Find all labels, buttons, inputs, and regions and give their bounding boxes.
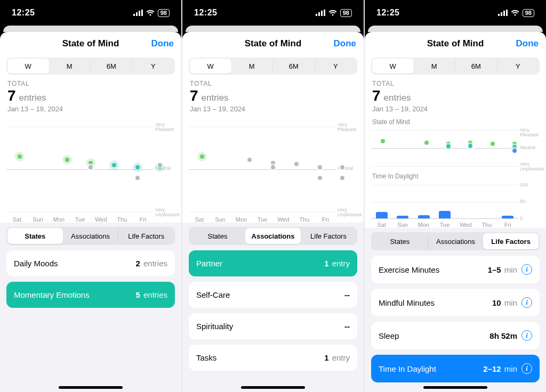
day-sat: Sat [371,222,392,228]
mood-dot[interactable] [340,165,344,169]
lf-row-sleep[interactable]: Sleep 8h 52mi [371,322,540,349]
info-icon[interactable]: i [521,330,532,341]
daylight-bar-chart[interactable]: 100 50 0 SatSunMonTueWedThuFri [371,180,540,228]
mood-dot[interactable] [271,165,275,169]
home-indicator[interactable] [241,386,305,389]
mood-dot[interactable] [158,163,162,167]
mood-chart[interactable]: Very Pleasant Neutral Very Unpleasant Sa… [189,116,357,223]
mood-chart-small[interactable]: Very Pleasant Neutral Very Unpleasant [371,127,540,169]
view-segmented-control[interactable]: States Associations Life Factors [189,227,357,245]
mood-dot[interactable] [381,139,385,143]
assoc-row-partner[interactable]: Partner 1 entry [189,250,357,276]
state-row-daily-moods[interactable]: Daily Moods 2 entries [6,250,175,276]
info-icon[interactable]: i [521,363,532,374]
done-button[interactable]: Done [334,38,357,49]
bar-mon[interactable] [418,215,430,218]
mood-dot[interactable] [135,176,140,180]
mood-dot[interactable] [89,165,93,169]
tab-life-factors[interactable]: Life Factors [118,228,174,244]
home-indicator[interactable] [423,386,487,389]
summary-count: 7 [372,87,381,104]
row-value: -- [344,290,350,299]
period-tab-w[interactable]: W [7,59,49,74]
assoc-row-spirituality[interactable]: Spirituality -- [189,313,357,339]
state-row-momentary-emotions[interactable]: Momentary Emotions 5 entries [6,282,175,308]
statusbar: 12:25 98 [182,0,364,26]
row-label: Sleep [379,331,399,340]
row-label: Daily Moods [14,259,58,268]
period-segmented-control[interactable]: W M 6M Y [6,58,175,75]
info-icon[interactable]: i [521,264,532,275]
day-mon: Mon [49,216,69,223]
mood-dot[interactable] [512,149,517,153]
tab-life-factors[interactable]: Life Factors [483,233,539,249]
mood-dot[interactable] [200,154,204,159]
tab-associations[interactable]: Associations [428,233,484,249]
tab-states[interactable]: States [7,228,63,244]
row-value: -- [344,322,350,331]
done-button[interactable]: Done [516,38,539,49]
mood-dot[interactable] [318,176,322,180]
period-tab-6m[interactable]: 6M [90,59,132,74]
tab-states[interactable]: States [190,228,245,244]
bar-sun[interactable] [397,216,408,218]
tab-associations[interactable]: Associations [63,228,118,244]
bar-fri[interactable] [502,216,513,218]
mood-dot[interactable] [424,141,429,145]
bar-sat[interactable] [376,212,388,218]
period-tab-y[interactable]: Y [132,59,174,74]
period-segmented-control[interactable]: W M 6M Y [371,58,540,75]
view-segmented-control[interactable]: States Associations Life Factors [371,232,540,250]
summary-unit: entries [19,93,46,103]
tab-associations[interactable]: Associations [245,228,301,244]
mood-dot[interactable] [18,154,22,159]
view-segmented-control[interactable]: States Associations Life Factors [6,227,175,245]
assoc-row-self-care[interactable]: Self-Care -- [189,282,357,308]
info-icon[interactable]: i [521,297,532,308]
row-value: 1 [324,259,328,268]
row-label: Partner [196,259,222,268]
day-thu: Thu [476,222,497,228]
lf-row-daylight[interactable]: Time In Daylight 2–12 mini [371,355,540,382]
row-value: 2 [135,259,140,268]
mood-dot[interactable] [247,158,252,162]
mood-dot[interactable] [271,161,275,165]
home-indicator[interactable] [59,386,123,389]
lower-panel: States Associations Life Factors Partner… [182,223,364,392]
statusbar-time: 12:25 [194,8,217,18]
period-segmented-control[interactable]: W M 6M Y [189,58,357,75]
period-tab-y[interactable]: Y [315,59,357,74]
mood-dot[interactable] [340,176,344,180]
mood-dot[interactable] [446,144,451,149]
period-tab-m[interactable]: M [231,59,273,74]
period-tab-6m[interactable]: 6M [455,59,497,74]
assoc-row-tasks[interactable]: Tasks 1 entry [189,345,357,371]
mood-dot[interactable] [468,144,472,148]
svg-rect-11 [506,10,508,16]
period-tab-m[interactable]: M [414,59,455,74]
done-button[interactable]: Done [151,38,174,49]
mood-dot[interactable] [112,163,116,167]
axis-label-very-unpleasant: Very Unpleasant [154,208,175,218]
tab-life-factors[interactable]: Life Factors [301,228,356,244]
mood-dot[interactable] [491,142,495,146]
axis-label-0: 0 [518,216,540,221]
tab-states[interactable]: States [372,233,428,249]
phone-states: 12:25 98 State of Mind Done W M 6M Y TOT… [0,0,181,392]
mood-chart[interactable]: Very Pleasant Neutral Very Unpleasant Sa… [6,116,175,223]
mood-dot[interactable] [294,162,299,166]
period-tab-w[interactable]: W [190,59,231,74]
period-tab-y[interactable]: Y [497,59,539,74]
bar-tue[interactable] [439,211,451,218]
mood-dot[interactable] [89,161,93,165]
row-value: 8h 52m [489,331,517,340]
period-tab-m[interactable]: M [49,59,91,74]
period-tab-6m[interactable]: 6M [272,59,315,74]
mood-dot[interactable] [318,165,322,169]
mood-dot[interactable] [135,165,140,169]
mood-dot[interactable] [65,158,69,162]
lf-row-mindful[interactable]: Mindful Minutes 10 mini [371,289,540,316]
lf-row-exercise[interactable]: Exercise Minutes 1–5 mini [371,256,540,283]
row-value: 1 [324,353,328,362]
period-tab-w[interactable]: W [372,59,414,74]
